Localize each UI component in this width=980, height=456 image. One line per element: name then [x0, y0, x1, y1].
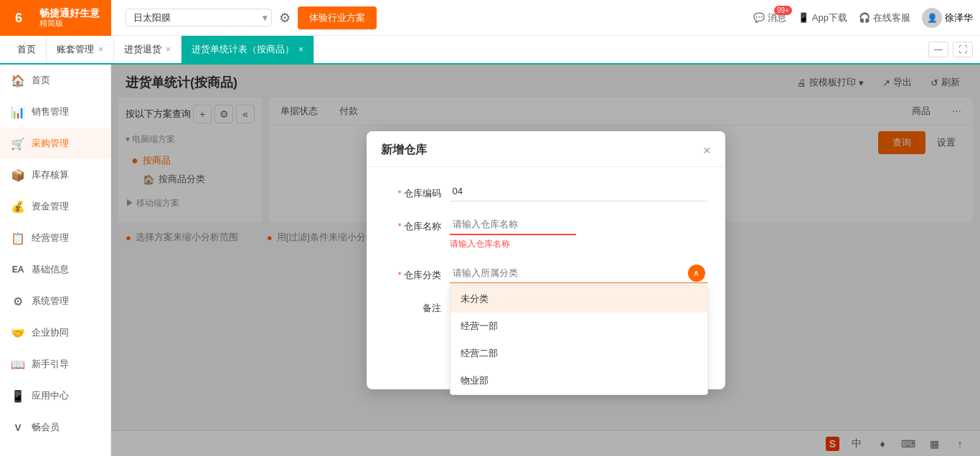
sidebar-item-inventory[interactable]: 📦 库存核算 [0, 159, 110, 191]
tab-stats-close[interactable]: × [298, 44, 303, 54]
sidebar-basic-info-label: 基础信息 [32, 263, 69, 276]
search-select-wrap: ▾ [126, 9, 272, 27]
search-input[interactable] [126, 9, 272, 27]
tab-maximize-button[interactable]: ⛶ [953, 42, 973, 57]
logo-area: 6 畅捷通好生意 精简版 [0, 0, 111, 36]
apps-icon: 📱 [11, 389, 24, 402]
avatar: 👤 [922, 8, 942, 28]
main-layout: 🏠 首页 📊 销售管理 🛒 采购管理 📦 库存核算 💰 资金管理 📋 经营管理 … [0, 65, 980, 456]
dialog-close-button[interactable]: × [703, 144, 711, 157]
sidebar-enterprise-label: 企业协同 [32, 326, 69, 339]
sidebar-item-basic-info[interactable]: EA 基础信息 [0, 254, 110, 285]
sidebar-item-sales[interactable]: 📊 销售管理 [0, 96, 110, 128]
sidebar: 🏠 首页 📊 销售管理 🛒 采购管理 📦 库存核算 💰 资金管理 📋 经营管理 … [0, 65, 111, 456]
inventory-icon: 📦 [11, 168, 24, 181]
sidebar-vip-label: 畅会员 [32, 421, 60, 434]
phone-icon: 📱 [798, 12, 809, 23]
tab-account[interactable]: 账套管理 × [47, 36, 114, 64]
sidebar-item-guide[interactable]: 📖 新手引导 [0, 348, 110, 380]
tab-account-close[interactable]: × [98, 44, 103, 54]
dialog-body: 仓库编码 仓库名称 请输入仓库名称 仓库分类 [367, 167, 725, 343]
sidebar-item-apps[interactable]: 📱 应用中心 [0, 380, 110, 412]
category-dropdown: 未分类 经营一部 经营二部 物业部 [450, 285, 708, 395]
finance-icon: 💰 [11, 200, 24, 213]
user-avatar-area[interactable]: 👤 徐泽华 [922, 8, 973, 28]
logo-sub-text: 精简版 [39, 19, 100, 28]
message-icon: 💬 [753, 12, 765, 23]
dropdown-item-ops1[interactable]: 经营一部 [451, 313, 707, 340]
vip-icon: V [11, 421, 24, 434]
system-icon: ⚙ [11, 295, 24, 308]
sidebar-item-home[interactable]: 🏠 首页 [0, 65, 110, 96]
operations-icon: 📋 [11, 232, 24, 244]
remark-label: 备注 [384, 296, 441, 315]
online-service-area[interactable]: 🎧 在线客服 [859, 11, 910, 24]
dialog-header: 新增仓库 × [367, 131, 725, 167]
sidebar-item-enterprise[interactable]: 🤝 企业协同 [0, 317, 110, 348]
tab-stats[interactable]: 进货单统计表（按商品） × [182, 36, 314, 64]
tab-controls: — ⛶ [928, 42, 973, 57]
warehouse-code-input[interactable] [450, 181, 708, 201]
sidebar-home-label: 首页 [32, 74, 50, 87]
content-area: 进货单统计(按商品) 🖨 按模板打印 ▾ ↗ 导出 ↺ 刷新 [111, 65, 980, 456]
sidebar-item-vip[interactable]: V 畅会员 [0, 412, 110, 443]
sidebar-finance-label: 资金管理 [32, 200, 69, 213]
dropdown-item-property[interactable]: 物业部 [451, 367, 707, 394]
category-label: 仓库分类 [384, 263, 441, 282]
app-download-area[interactable]: 📱 App下载 [798, 11, 847, 24]
tab-returns-label: 进货退货 [124, 43, 161, 56]
logo-main-text: 畅捷通好生意 [39, 7, 100, 19]
app-download-label: App下载 [812, 11, 847, 24]
tab-bar: 首页 账套管理 × 进货退货 × 进货单统计表（按商品） × — ⛶ [0, 36, 980, 65]
notif-badge: 99+ [774, 6, 792, 15]
tab-account-label: 账套管理 [57, 43, 94, 56]
name-error-msg: 请输入仓库名称 [450, 238, 510, 250]
form-row-category: 仓库分类 ∧ 未分类 经营一部 经营二部 物业部 [384, 263, 708, 283]
form-row-name: 仓库名称 请输入仓库名称 [384, 214, 708, 250]
sidebar-sales-label: 销售管理 [32, 105, 69, 118]
basic-info-icon: EA [11, 263, 24, 276]
category-dropdown-arrow[interactable]: ∧ [688, 265, 705, 282]
warehouse-name-input[interactable] [450, 214, 576, 235]
sidebar-guide-label: 新手引导 [32, 358, 69, 371]
logo-icon: 6 [12, 6, 35, 29]
enterprise-icon: 🤝 [11, 326, 24, 339]
trial-button[interactable]: 体验行业方案 [298, 6, 377, 29]
gear-button[interactable]: ⚙ [279, 10, 291, 26]
sidebar-purchase-label: 采购管理 [32, 137, 69, 150]
top-bar: 6 畅捷通好生意 精简版 ▾ ⚙ 体验行业方案 💬 消息 99+ 📱 App下载… [0, 0, 980, 36]
home-icon: 🏠 [11, 74, 24, 87]
search-area: ▾ ⚙ 体验行业方案 [126, 6, 753, 29]
sidebar-apps-label: 应用中心 [32, 389, 69, 402]
code-label: 仓库编码 [384, 181, 441, 200]
svg-text:6: 6 [15, 11, 22, 25]
sidebar-inventory-label: 库存核算 [32, 168, 69, 181]
tab-minimize-button[interactable]: — [928, 42, 948, 57]
sales-icon: 📊 [11, 105, 24, 118]
tab-returns[interactable]: 进货退货 × [114, 36, 182, 64]
notification-area[interactable]: 💬 消息 99+ [753, 11, 786, 24]
sidebar-system-label: 系统管理 [32, 295, 69, 308]
purchase-icon: 🛒 [11, 137, 24, 150]
online-service-label: 在线客服 [873, 11, 910, 24]
sidebar-operations-label: 经营管理 [32, 232, 69, 244]
sidebar-item-operations[interactable]: 📋 经营管理 [0, 222, 110, 254]
top-right-area: 💬 消息 99+ 📱 App下载 🎧 在线客服 👤 徐泽华 [753, 8, 973, 28]
logo-text: 畅捷通好生意 精简版 [39, 7, 100, 29]
sidebar-item-finance[interactable]: 💰 资金管理 [0, 191, 110, 222]
category-select-wrap: ∧ 未分类 经营一部 经营二部 物业部 [450, 263, 708, 283]
name-label: 仓库名称 [384, 214, 441, 233]
tab-home[interactable]: 首页 [7, 36, 47, 64]
tab-home-label: 首页 [17, 43, 36, 56]
tab-stats-label: 进货单统计表（按商品） [192, 43, 294, 56]
form-row-code: 仓库编码 [384, 181, 708, 201]
username-label: 徐泽华 [945, 11, 973, 24]
sidebar-item-purchase[interactable]: 🛒 采购管理 [0, 128, 110, 159]
tab-returns-close[interactable]: × [166, 44, 171, 54]
dialog-add-warehouse: 新增仓库 × 仓库编码 仓库名称 请输入仓库名 [367, 131, 725, 389]
modal-overlay[interactable]: 新增仓库 × 仓库编码 仓库名称 请输入仓库名 [111, 65, 980, 456]
sidebar-item-system[interactable]: ⚙ 系统管理 [0, 285, 110, 317]
dropdown-item-unclassified[interactable]: 未分类 [451, 285, 707, 313]
category-input[interactable] [450, 263, 708, 283]
dropdown-item-ops2[interactable]: 经营二部 [451, 340, 707, 367]
